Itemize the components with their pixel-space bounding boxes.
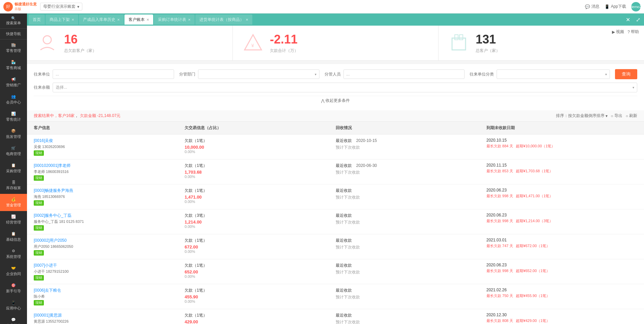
- app-download-button[interactable]: 📱 App下载: [605, 4, 626, 9]
- sidebar-item-finance[interactable]: 💰 资金管理: [0, 194, 27, 211]
- member-icon: 👥: [11, 94, 16, 99]
- sidebar-quick-nav[interactable]: 快捷导航: [0, 29, 27, 39]
- tab-expand-btn[interactable]: ⤢: [634, 16, 642, 24]
- col-header-customer: 客户信息: [34, 125, 185, 131]
- customer-badge-4: 现销: [34, 250, 44, 256]
- customer-name-6[interactable]: [0006]去下粮仓: [34, 288, 61, 293]
- help-button[interactable]: ? 帮助: [627, 29, 639, 35]
- sidebar-item-app-center[interactable]: 📱 应用中心: [0, 297, 27, 314]
- debt-cell-1: 欠款（1笔） 1,703.68 0.00%: [185, 163, 335, 179]
- debt-count-4: 欠款（1笔）: [185, 238, 335, 243]
- due-cell-7: 2020.12.30 最长欠款 808 天 超期¥429.00（1笔）: [486, 313, 637, 323]
- tab-purchase-stats[interactable]: 采购订单统计表 ✕: [154, 14, 195, 25]
- sidebar-item-newbie[interactable]: 🎯 新手引导: [0, 280, 27, 297]
- tab-close-customer-account[interactable]: ✕: [146, 18, 149, 22]
- main-layout: 🔍 搜索菜单 快捷导航 🏬 零售管理 🏪 零售商城 📢 营销推广 👥 会员中心 …: [0, 13, 644, 324]
- overdue-link-5[interactable]: 超期¥652.00（1笔）: [516, 269, 550, 273]
- tab-home[interactable]: 首页: [29, 14, 45, 25]
- total-customers-icon: [449, 33, 469, 53]
- customer-name-0[interactable]: [0016]吴俊: [34, 138, 53, 143]
- sidebar-item-operation[interactable]: 📈 经营管理: [0, 211, 27, 228]
- enterprise-icon: 🤝: [11, 266, 16, 270]
- last-collect-label-0: 最近收款: [336, 138, 352, 143]
- overdue-link-4[interactable]: 超期¥672.00（1笔）: [516, 244, 550, 248]
- person-input[interactable]: ...: [343, 69, 465, 79]
- logo: 好 畅捷通好生意 示版: [3, 2, 37, 11]
- table-row: [0003]畅捷服务尹海燕 海燕 18513066976 现销 欠款（1笔） 1…: [27, 184, 644, 209]
- filter-row-1: 往来单位 ... 分管部门 ▾ 分管人员: [34, 69, 637, 79]
- search-button[interactable]: 查询: [615, 69, 637, 79]
- customer-name-3[interactable]: [0002]服务中心_丁磊: [34, 213, 72, 218]
- marketing-icon: 📢: [11, 77, 16, 82]
- debt-percent-0: 0.00%: [185, 150, 335, 154]
- last-collect-date-1: 2020-06-30: [356, 163, 377, 168]
- debt-amount-3: 1,214.00: [185, 219, 335, 225]
- sidebar-item-retail-stats[interactable]: 📊 零售统计: [0, 108, 27, 125]
- customer-phone-7: 黄思源 13552700226: [34, 319, 185, 324]
- debt-count-7: 欠款（1笔）: [185, 313, 335, 318]
- overdue-link-0[interactable]: 超期¥10,000.00（1笔）: [516, 144, 555, 148]
- dept-select[interactable]: ▾: [198, 69, 319, 79]
- sidebar-item-inventory[interactable]: 🗄 库存核算: [0, 177, 27, 194]
- tab-close-product-history[interactable]: ✕: [117, 18, 120, 22]
- tab-import-stats[interactable]: 进货单统计表（按商品） ✕: [195, 14, 252, 25]
- refresh-button[interactable]: ○ 刷新: [626, 113, 637, 119]
- sidebar-item-purchase[interactable]: 📋 采购管理: [0, 160, 27, 177]
- message-button[interactable]: 💬 消息: [585, 4, 599, 9]
- customer-cell-0: [0016]吴俊 吴俊 13026203696 现销: [34, 138, 185, 156]
- debt-amount-5: 652.00: [185, 269, 335, 274]
- unit-balance-select[interactable]: 选择... ▾: [53, 83, 637, 92]
- sidebar-item-ecommerce[interactable]: 🛒 电商管理: [0, 143, 27, 160]
- customer-cell-5: [0007]小进干 小进干 18279152100 现销: [34, 263, 185, 281]
- export-button[interactable]: ○ 导出: [611, 113, 622, 119]
- overdue-link-2[interactable]: 超期¥1,471.00（1笔）: [516, 194, 553, 198]
- retail-icon: 🏬: [11, 43, 16, 47]
- stat-content-debt-customers: 16 总欠款客户（家）: [64, 32, 96, 54]
- filter-from-unit: 往来单位 ...: [34, 69, 174, 79]
- sidebar-item-basic[interactable]: 📋 基础信息: [0, 228, 27, 245]
- due-date-0: 2020.10.15: [486, 138, 637, 143]
- svg-rect-5: [459, 35, 463, 40]
- tab-close-purchase-stats[interactable]: ✕: [188, 18, 191, 22]
- overdue-link-3[interactable]: 超期¥1,214.00（3笔）: [516, 219, 553, 223]
- sidebar-item-retail-store[interactable]: 🏪 零售商城: [0, 57, 27, 74]
- tab-close-import-stats[interactable]: ✕: [246, 18, 248, 22]
- overdue-link-6[interactable]: 超期¥455.90（1笔）: [516, 294, 550, 298]
- sidebar-item-retail-mgmt[interactable]: 🏬 零售管理: [0, 39, 27, 57]
- debt-cell-0: 欠款（1笔） 10,000.00 0.00%: [185, 138, 335, 154]
- sidebar-item-wechat[interactable]: 💬 企业微信: [0, 314, 27, 324]
- stat-card-total-customers: 131 总客户（家） ▶ 视频 ? 帮助: [439, 26, 644, 60]
- sidebar-search[interactable]: 🔍 搜索菜单: [0, 13, 27, 29]
- stat-card-debt-customers: 16 总欠款客户（家）: [27, 26, 233, 60]
- customer-name-2[interactable]: [0003]畅捷服务尹海燕: [34, 188, 73, 193]
- debt-amount-2: 1,471.00: [185, 195, 335, 200]
- sidebar-item-marketing[interactable]: 📢 营销推广: [0, 74, 27, 91]
- tab-product-offline[interactable]: 商品上下架 ✕: [46, 14, 78, 25]
- tab-product-history[interactable]: 产成品入库单历史 ✕: [79, 14, 124, 25]
- collapse-button[interactable]: ⋀ 收起更多条件: [321, 98, 350, 104]
- store-selector[interactable]: 母婴行业演示账套 ▾: [40, 3, 82, 10]
- unit-category-select[interactable]: ▾: [497, 69, 610, 79]
- customer-name-4[interactable]: [000002]用户2050: [34, 238, 66, 243]
- due-cell-2: 2020.06.23 最长欠款 998 天 超期¥1,471.00（1笔）: [486, 188, 637, 199]
- sidebar-item-batch-mgmt[interactable]: 📦 批发管理: [0, 125, 27, 143]
- user-menu[interactable]: demo2: [631, 2, 641, 11]
- overdue-link-1[interactable]: 超期¥1,703.68（1笔）: [516, 169, 553, 173]
- video-button[interactable]: ▶ 视频: [612, 29, 624, 35]
- tab-customer-account[interactable]: 客户账本 ✕: [124, 14, 153, 25]
- customer-name-1[interactable]: [0001020001]李老师: [34, 163, 71, 168]
- tab-bar: 首页 商品上下架 ✕ 产成品入库单历史 ✕ 客户账本 ✕ 采购订单统计表 ✕: [27, 13, 644, 26]
- svg-text:¥: ¥: [251, 43, 254, 48]
- customer-name-5[interactable]: [0007]小进干: [34, 263, 57, 268]
- avatar: demo2: [631, 2, 641, 11]
- tab-collapse-btn[interactable]: ✕: [624, 16, 632, 24]
- logo-text: 畅捷通好生意 示版: [15, 2, 37, 11]
- sidebar-item-enterprise[interactable]: 🤝 企业协同: [0, 263, 27, 280]
- sidebar-item-system[interactable]: ⚙ 系统管理: [0, 245, 27, 263]
- overdue-link-7[interactable]: 超期¥429.00（1笔）: [516, 319, 550, 323]
- tab-close-product-offline[interactable]: ✕: [72, 18, 74, 22]
- sidebar-item-member[interactable]: 👥 会员中心: [0, 91, 27, 108]
- svg-point-0: [43, 36, 51, 44]
- from-unit-input[interactable]: ...: [53, 69, 174, 79]
- customer-name-7[interactable]: [000001]黄思源: [34, 313, 62, 318]
